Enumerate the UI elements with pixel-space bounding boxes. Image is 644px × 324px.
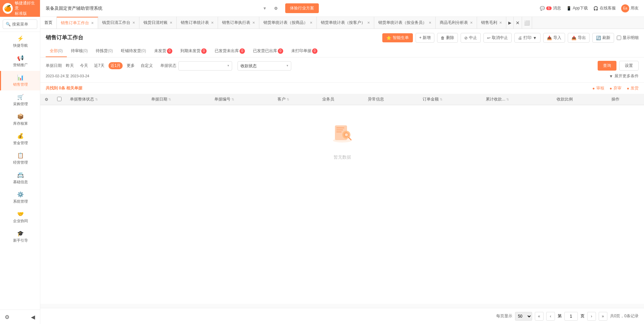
print-dropdown-icon: ▼	[533, 36, 537, 40]
th-customer[interactable]: 客户	[273, 94, 318, 105]
th-collected[interactable]: 累计收款...	[482, 94, 552, 105]
last-page-button[interactable]: »	[599, 312, 607, 321]
subtab-wangpu[interactable]: 旺铺待发货(0)	[117, 45, 150, 57]
tab-close-icon[interactable]: ✕	[170, 21, 172, 25]
subtab-expired-not-shipped[interactable]: 到期未发货0	[176, 45, 211, 57]
next-page-button[interactable]: ›	[587, 312, 596, 321]
tab-close-icon[interactable]: ✕	[132, 21, 135, 25]
horizontal-scrollbar[interactable]	[40, 304, 644, 308]
app-download-button[interactable]: 📱 App下载	[566, 5, 588, 11]
search-menu-button[interactable]: 🔍 搜索菜单	[3, 19, 37, 29]
th-number[interactable]: 单据编号	[210, 94, 273, 105]
first-page-button[interactable]: «	[535, 312, 544, 321]
anti-review-action[interactable]: ● 弃审	[610, 85, 621, 91]
user-menu-button[interactable]: Ea 用友	[621, 4, 639, 12]
message-button[interactable]: 💬 6 消息	[540, 5, 561, 11]
sidebar-item-finance[interactable]: 💰 资金管理	[0, 129, 40, 149]
refresh-button[interactable]: 🔄 刷新	[592, 33, 614, 43]
tab-close-icon[interactable]: ✕	[310, 21, 312, 25]
tab-product-stat[interactable]: 销货单统计表（按商品） ✕	[259, 17, 317, 29]
tab-close-all-button[interactable]: ✕	[514, 17, 522, 29]
orders-table: ⚙ 单据整体状态 单据日期 单据编号 客户 业务员 异常信息 订单金额 累计收款…	[40, 94, 644, 105]
query-button[interactable]: 查询	[598, 61, 616, 71]
sidebar-item-guide[interactable]: 🎓 新手引导	[0, 227, 40, 246]
sidebar-item-inventory[interactable]: 📦 库存核算	[0, 110, 40, 129]
delete-button[interactable]: 🗑 删除	[437, 33, 458, 43]
add-button[interactable]: + 新增	[416, 33, 434, 43]
subtab-pending-review[interactable]: 待审核(0)	[67, 45, 92, 57]
page-size-select[interactable]: 10 20 50 100	[515, 312, 532, 321]
date-custom[interactable]: 自定义	[139, 62, 155, 69]
tab-close-icon[interactable]: ✕	[429, 21, 431, 25]
sidebar-item-purchase[interactable]: 🛒 采购管理	[0, 90, 40, 110]
tab-cash-daily[interactable]: 钱货日清工作台 ✕	[98, 17, 139, 29]
tab-sales-exec[interactable]: 销售订单执行表 ✕	[218, 17, 259, 29]
date-more[interactable]: 更多	[125, 62, 137, 69]
cancel-stop-button[interactable]: ↩ 取消中止	[483, 33, 512, 43]
payment-select[interactable]: 收款状态	[238, 61, 291, 71]
tab-close-icon[interactable]: ✕	[211, 21, 214, 25]
sidebar-item-basic-info[interactable]: 📇 基础信息	[0, 168, 40, 188]
industry-solution-button[interactable]: 体验行业方案	[285, 3, 319, 13]
tab-cash-reconcile[interactable]: 钱货日清对账 ✕	[139, 17, 177, 29]
set-button[interactable]: 设置	[619, 61, 639, 71]
tab-sales-workbench[interactable]: 销售订单工作台 ✕	[57, 17, 98, 29]
stop-button[interactable]: ⊘ 中止	[461, 33, 481, 43]
subtab-shipped-out[interactable]: 已发货已出库0	[249, 45, 287, 57]
refresh-icon: 🔄	[596, 36, 601, 40]
sidebar-item-marketing[interactable]: 📢 营销推广	[0, 51, 40, 71]
dropdown-arrow-icon[interactable]: ▼	[263, 6, 267, 11]
subtab-shipped-not-out[interactable]: 已发货未出库0	[211, 45, 249, 57]
sidebar-item-quick-nav[interactable]: ⚡ 快捷导航	[0, 32, 40, 51]
date-7days[interactable]: 近7天	[92, 62, 106, 69]
smart-create-button[interactable]: ⭐ 智能生单	[382, 33, 413, 42]
sidebar-item-enterprise[interactable]: 🤝 企业协同	[0, 207, 40, 227]
record-count: 共找到 0条 相关单据	[46, 85, 82, 91]
tab-maximize-button[interactable]: ⬜	[522, 17, 532, 29]
print-button[interactable]: 🖨 打印 ▼	[514, 33, 541, 43]
status-select[interactable]	[178, 61, 232, 71]
page-label: 第	[558, 313, 562, 319]
tab-sales-profit[interactable]: 销售毛利 ✕	[477, 17, 506, 29]
th-settings[interactable]: ⚙	[40, 94, 52, 105]
date-today[interactable]: 今天	[78, 62, 90, 69]
th-amount[interactable]: 订单金额	[419, 94, 482, 105]
sidebar-item-operations[interactable]: 📋 经营管理	[0, 149, 40, 168]
tab-customer-stat[interactable]: 销货单统计表（按客户） ✕	[317, 17, 374, 29]
subtab-all[interactable]: 全部(0)	[46, 45, 67, 57]
sidebar-item-system[interactable]: ⚙️ 系统管理	[0, 188, 40, 207]
prev-page-button[interactable]: ‹	[546, 312, 555, 321]
show-detail-checkbox[interactable]	[617, 36, 621, 40]
tab-overflow-button[interactable]: ▶	[506, 17, 514, 29]
settings-gear-button[interactable]: ⚙	[271, 4, 281, 12]
expand-filter-button[interactable]: ▼ 展开更多条件	[609, 73, 639, 79]
tab-close-icon[interactable]: ✕	[91, 21, 94, 25]
page-number-input[interactable]	[564, 312, 578, 321]
ship-action[interactable]: ● 发货	[627, 85, 639, 91]
sidebar-item-sales[interactable]: 📊 销售管理	[0, 71, 40, 90]
review-action[interactable]: ● 审核	[592, 85, 604, 91]
tab-sales-stat[interactable]: 销售订单统计表 ✕	[177, 17, 218, 29]
subtab-not-printed[interactable]: 未打印单据0	[287, 45, 321, 57]
tab-close-icon[interactable]: ✕	[499, 21, 502, 25]
import-button[interactable]: 📥 导入	[543, 33, 565, 43]
tab-close-icon[interactable]: ✕	[367, 21, 370, 25]
date-1month[interactable]: 近1月	[109, 62, 123, 69]
online-service-button[interactable]: 🎧 在线客服	[593, 5, 616, 11]
subtab-pending-pickup[interactable]: 待拣货(0)	[92, 45, 117, 57]
tab-home-label: 首页	[44, 20, 52, 26]
tab-close-icon[interactable]: ✕	[252, 21, 255, 25]
export-button[interactable]: 📤 导出	[568, 33, 590, 43]
tab-close-icon[interactable]: ✕	[470, 21, 473, 25]
tab-home[interactable]: 首页	[40, 17, 57, 29]
th-exception: 异常信息	[364, 94, 419, 105]
tab-staff-stat[interactable]: 销货单统计表（按业务员） ✕	[374, 17, 436, 29]
select-all-checkbox[interactable]	[57, 97, 61, 101]
th-date[interactable]: 单据日期	[147, 94, 210, 105]
tab-profit[interactable]: 商品毛利分析表 ✕	[436, 17, 477, 29]
subtab-not-shipped[interactable]: 未发货0	[150, 45, 176, 57]
th-status[interactable]: 单据整体状态	[66, 94, 147, 105]
settings-button[interactable]: ⚙	[3, 313, 11, 321]
date-yesterday[interactable]: 昨天	[64, 62, 76, 69]
collapse-sidebar-button[interactable]: ◀	[29, 313, 37, 321]
